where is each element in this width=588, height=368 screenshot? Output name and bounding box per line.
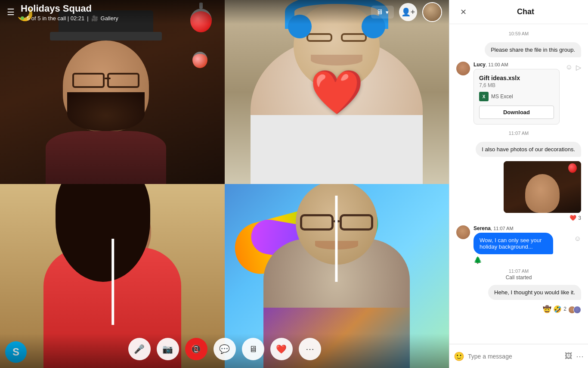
chat-button[interactable]: 💬 — [214, 338, 236, 360]
emoji-count: 2 — [563, 306, 566, 312]
end-call-icon: 📵 — [191, 344, 201, 354]
message-bubble-2: I also have photos of our decorations. — [476, 142, 581, 157]
chat-title: Chat — [470, 7, 581, 16]
share-screen-button[interactable]: 🖥 ▾ — [371, 6, 394, 19]
file-name: Gift ideas.xslx — [479, 75, 554, 81]
heart-icon: ❤️ — [276, 344, 287, 354]
video-cell-topleft: 🌙 — [0, 0, 225, 184]
chat-close-button[interactable]: ✕ — [456, 5, 470, 19]
msg-row-right-2: I also have photos of our decorations. — [456, 142, 581, 157]
ornament2 — [192, 52, 207, 68]
avatar-image — [423, 3, 441, 21]
active-dot — [21, 16, 24, 20]
react-serena[interactable]: ☺ — [574, 235, 581, 243]
microphone-button[interactable]: 🎤 — [128, 338, 151, 360]
msg-content-serena: Serena, 11:07 AM Wow, I can only see you… — [473, 225, 571, 264]
emoji-button[interactable]: 🙂 — [454, 351, 464, 362]
video-icon: 📷 — [162, 344, 173, 354]
call-meta-text: 5 of 5 in the call | 02:21 — [27, 15, 84, 22]
video-grid: 🌙 — [0, 0, 449, 368]
attach-button[interactable]: 🖼 — [565, 352, 573, 361]
add-participant-button[interactable]: 👤+ — [399, 3, 417, 21]
call-title: Holidays Squad — [21, 3, 118, 14]
glasses-bridge — [105, 78, 111, 79]
menu-icon[interactable]: ☰ — [7, 7, 15, 17]
timestamp-1107: 11:07 AM — [456, 131, 581, 136]
call-area: ☰ Holidays Squad 5 of 5 in the call | 02… — [0, 0, 449, 368]
message-bubble-serena: Wow, I can only see your holiday backgro… — [473, 233, 553, 254]
msg-row-right-1: Please share the file in this group. — [456, 42, 581, 57]
tree-emoji: 🌲 — [473, 256, 571, 264]
message-input[interactable] — [468, 353, 561, 360]
decoration-photo[interactable] — [504, 161, 581, 213]
excel-icon: X — [479, 92, 489, 101]
more-icon: ⋯ — [306, 344, 314, 354]
heart-reaction-overlay: ❤️ — [310, 67, 364, 118]
photo-reactions: ❤️ 3 — [569, 215, 581, 221]
call-started-time: 11:07 AM — [456, 268, 581, 274]
br-earpiece — [335, 196, 338, 282]
control-bar: 🎤 📷 📵 💬 🖥 ❤️ ⋯ — [0, 334, 449, 368]
shirt — [251, 115, 423, 184]
message-bubble-3: Hehe, I thought you would like it. — [488, 285, 581, 300]
avatar-group — [568, 306, 581, 314]
share-screen-label: ▾ — [386, 9, 389, 16]
msg-photo-row: ❤️ 3 — [456, 161, 581, 221]
react-icon[interactable]: ☺ — [566, 63, 573, 72]
video-cell-topright: ❤️ — [225, 0, 449, 184]
end-call-button[interactable]: 📵 — [185, 338, 207, 360]
emoji-reactions-row: 🤠 🤣 2 — [456, 304, 581, 314]
sender-serena: Serena, 11:07 AM — [473, 225, 571, 231]
timestamp-1059: 10:59 AM — [456, 31, 581, 36]
chat-messages: 10:59 AM Please share the file in this g… — [449, 24, 588, 344]
separator: | — [87, 15, 88, 22]
chat-header: ✕ Chat — [449, 0, 588, 24]
msg-content-lucy: Lucy, 11:00 AM Gift ideas.xslx 7,6 MB X … — [473, 62, 562, 125]
file-app-name: MS Excel — [491, 94, 513, 100]
video-button[interactable]: 📷 — [157, 338, 179, 360]
call-meta: 5 of 5 in the call | 02:21 | 🎥 Gallery — [21, 15, 118, 22]
cowboy-emoji: 🤠 — [543, 305, 551, 313]
avatar-lucy — [456, 62, 470, 75]
react-serena-icon[interactable]: ☺ — [574, 235, 581, 242]
camera-icon: 🎥 — [91, 15, 98, 22]
small-avatar-2 — [573, 306, 581, 314]
gallery-label: Gallery — [101, 15, 118, 22]
msg-row-right-3: Hehe, I thought you would like it. — [456, 285, 581, 300]
screen-share-icon: 🖥 — [249, 344, 257, 354]
forward-icon[interactable]: ▷ — [576, 63, 581, 72]
mic-icon: 🎤 — [134, 344, 145, 354]
call-started-label: Call started — [456, 274, 581, 281]
add-person-icon: 👤+ — [401, 7, 415, 17]
screen-share-button[interactable]: 🖥 — [242, 338, 264, 360]
user-avatar — [422, 2, 442, 22]
share-screen-icon: 🖥 — [376, 8, 383, 16]
file-type-row: X MS Excel — [479, 92, 554, 101]
call-started-section: 11:07 AM Call started — [456, 268, 581, 281]
msg-row-serena: Serena, 11:07 AM Wow, I can only see you… — [456, 225, 581, 264]
glasses-left — [72, 73, 105, 88]
heart-reaction: ❤️ — [569, 215, 576, 221]
top-bar: ☰ Holidays Squad 5 of 5 in the call | 02… — [0, 0, 449, 24]
chat-icon: 💬 — [219, 344, 230, 354]
msg-row-lucy-file: Lucy, 11:00 AM Gift ideas.xslx 7,6 MB X … — [456, 62, 581, 125]
message-bubble-1: Please share the file in this group. — [485, 42, 581, 57]
file-size: 7,6 MB — [479, 82, 554, 88]
reaction-count: 3 — [578, 215, 581, 221]
title-block: Holidays Squad 5 of 5 in the call | 02:2… — [21, 3, 118, 22]
input-more-button[interactable]: ⋯ — [576, 352, 584, 361]
chat-input-area: 🙂 🖼 ⋯ — [449, 344, 588, 368]
file-card: Gift ideas.xslx 7,6 MB X MS Excel Downlo… — [473, 69, 560, 125]
avatar-serena — [456, 225, 470, 239]
msg-actions-lucy: ☺ ▷ — [566, 63, 581, 72]
earpiece-wire — [111, 239, 114, 325]
sender-lucy: Lucy, 11:00 AM — [473, 62, 562, 68]
glasses-right — [107, 73, 139, 88]
chat-panel: ✕ Chat 10:59 AM Please share the file in… — [449, 0, 588, 368]
download-button[interactable]: Download — [479, 106, 554, 119]
heart-button[interactable]: ❤️ — [270, 338, 293, 360]
more-options-button[interactable]: ⋯ — [299, 338, 321, 360]
top-right-controls: 🖥 ▾ 👤+ — [371, 2, 442, 22]
laugh-emoji: 🤣 — [553, 305, 562, 313]
